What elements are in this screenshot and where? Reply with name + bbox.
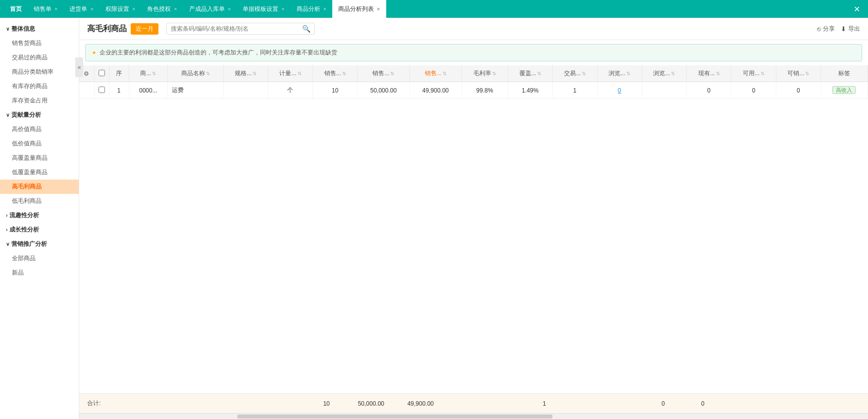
info-icon: ✦	[92, 49, 97, 56]
nav-tab-inventory[interactable]: 产成品入库单 ×	[183, 0, 237, 18]
footer-sales-qty: 10	[306, 400, 346, 407]
footer-available-stock: 0	[683, 400, 722, 407]
search-icon[interactable]: 🔍	[302, 25, 310, 33]
chevron-right-icon-2: ›	[6, 227, 7, 233]
sidebar-item-low-margin[interactable]: 低毛利商品	[0, 194, 79, 208]
data-table-wrapper: ⚙ 序 商...⇅ 商品名称⇅ 规格...⇅ 计量...⇅ 销售...⇅ 销售.…	[79, 65, 868, 393]
th-views2[interactable]: 浏览...⇅	[642, 65, 686, 82]
close-inventory-tab[interactable]: ×	[228, 6, 231, 12]
sidebar-item-category-rate[interactable]: 商品分类助销率	[0, 65, 79, 79]
nav-tab-analysis[interactable]: 商品分析 ×	[291, 0, 332, 18]
td-saleable-stock: 0	[776, 82, 820, 99]
chevron-down-icon: ∨	[6, 26, 9, 32]
th-tag: 标签	[820, 65, 868, 82]
th-sales-qty[interactable]: 销售...⇅	[313, 65, 357, 82]
nav-tab-roles[interactable]: 角色授权 ×	[141, 0, 183, 18]
sidebar-group-general[interactable]: ∨ 整体信息	[0, 22, 79, 36]
th-unit[interactable]: 计量...⇅	[268, 65, 312, 82]
th-saleable-stock[interactable]: 可销...⇅	[776, 65, 820, 82]
nav-tab-sales[interactable]: 销售单 ×	[28, 0, 63, 18]
tag-badge: 高收入	[832, 86, 856, 94]
sidebar-item-new-goods[interactable]: 新品	[0, 266, 79, 280]
page-title: 高毛利商品	[87, 24, 127, 34]
sidebar-group-flow[interactable]: › 流趣性分析	[0, 208, 79, 223]
th-available-stock[interactable]: 可用...⇅	[731, 65, 776, 82]
sidebar-group-contribution[interactable]: ∨ 贡献量分析	[0, 108, 79, 122]
td-sales-qty: 10	[313, 82, 357, 99]
th-transactions[interactable]: 交易...⇅	[553, 65, 597, 82]
sidebar-group-marketing[interactable]: ∨ 营销推广分析	[0, 237, 79, 251]
scrollbar-thumb[interactable]	[237, 415, 553, 419]
search-input[interactable]	[171, 25, 302, 32]
sidebar-group-growth[interactable]: › 成长性分析	[0, 223, 79, 237]
th-code[interactable]: 商...⇅	[129, 65, 168, 82]
th-sales-amount[interactable]: 销售...⇅	[357, 65, 409, 82]
export-button[interactable]: ⬇ 导出	[841, 25, 860, 33]
close-templates-tab[interactable]: ×	[281, 6, 284, 12]
td-name: 运费	[168, 82, 223, 99]
content-header: 高毛利商品 近一月 🔍 ⎋ 分享 ⬇ 导出	[79, 18, 868, 40]
share-icon: ⎋	[817, 25, 821, 33]
horizontal-scrollbar[interactable]	[79, 413, 868, 419]
close-analysis-tab[interactable]: ×	[323, 6, 326, 12]
nav-tab-permissions[interactable]: 权限设置 ×	[100, 0, 141, 18]
sidebar-item-traded-goods[interactable]: 交易过的商品	[0, 50, 79, 65]
close-sales-tab[interactable]: ×	[54, 6, 57, 12]
td-views2	[642, 82, 686, 99]
td-index: 1	[109, 82, 129, 99]
nav-tab-purchase[interactable]: 进货单 ×	[63, 0, 99, 18]
select-all-checkbox[interactable]	[99, 70, 105, 76]
td-code[interactable]: 0000...	[129, 82, 168, 99]
nav-tab-home[interactable]: 首页	[4, 0, 28, 18]
nav-tab-analysis-list[interactable]: 商品分析列表 ×	[332, 0, 386, 18]
table-footer: 合计: 10 50,000.00 49,900.00 1 0 0	[79, 393, 868, 413]
th-name[interactable]: 商品名称⇅	[168, 65, 223, 82]
sidebar-item-high-coverage[interactable]: 高覆盖量商品	[0, 151, 79, 165]
chevron-right-icon: ›	[6, 213, 7, 218]
sidebar-item-stock-fund[interactable]: 库存资金占用	[0, 93, 79, 108]
footer-sales-amount: 50,000.00	[346, 400, 396, 407]
close-permissions-tab[interactable]: ×	[132, 6, 135, 12]
top-navigation: 首页 销售单 × 进货单 × 权限设置 × 角色授权 × 产成品入库单 × 单据…	[0, 0, 868, 18]
td-tag: 高收入	[820, 82, 868, 99]
td-coverage: 1.49%	[508, 82, 553, 99]
th-current-stock[interactable]: 现有...⇅	[687, 65, 731, 82]
row-checkbox[interactable]	[99, 87, 105, 93]
close-purchase-tab[interactable]: ×	[90, 6, 93, 12]
footer-transactions: 1	[524, 400, 564, 407]
sidebar-item-high-margin[interactable]: 高毛利商品	[0, 180, 79, 194]
th-sales-profit[interactable]: 销售...⇅	[409, 65, 461, 82]
td-views1[interactable]: 0	[597, 82, 642, 99]
td-settings	[79, 82, 94, 99]
th-index: 序	[109, 65, 129, 82]
th-coverage[interactable]: 覆盖...⇅	[508, 65, 553, 82]
sidebar-collapse-button[interactable]: «	[75, 57, 83, 77]
share-button[interactable]: ⎋ 分享	[817, 25, 835, 33]
header-actions: ⎋ 分享 ⬇ 导出	[817, 25, 860, 33]
td-available-stock: 0	[731, 82, 776, 99]
chevron-down-icon-2: ∨	[6, 112, 9, 118]
th-views1[interactable]: 浏览...⇅	[597, 65, 642, 82]
sidebar-item-low-value[interactable]: 低价值商品	[0, 137, 79, 151]
th-spec[interactable]: 规格...⇅	[223, 65, 268, 82]
close-analysis-list-tab[interactable]: ×	[377, 6, 380, 12]
td-current-stock: 0	[687, 82, 731, 99]
close-roles-tab[interactable]: ×	[174, 6, 177, 12]
sidebar-item-all-goods[interactable]: 全部商品	[0, 251, 79, 266]
info-banner: ✦ 企业的主要的利润都是这部分商品创造的，可考虑加大推广，同时关注库存量不要出现…	[85, 44, 862, 61]
td-unit: 个	[268, 82, 312, 99]
sidebar-item-high-value[interactable]: 高价值商品	[0, 122, 79, 137]
window-close-button[interactable]: ✕	[850, 4, 864, 14]
sidebar-item-sales-goods[interactable]: 销售货商品	[0, 36, 79, 50]
th-margin-rate[interactable]: 毛利率⇅	[461, 65, 508, 82]
td-checkbox[interactable]	[94, 82, 109, 99]
chevron-down-icon-3: ∨	[6, 241, 9, 247]
footer-label: 合计:	[87, 399, 101, 408]
table-row: 1 0000... 运费 个 10 50,000.00 49,900.00 99…	[79, 82, 868, 99]
sidebar-item-low-coverage[interactable]: 低覆盖量商品	[0, 165, 79, 180]
nav-tab-templates[interactable]: 单据模板设置 ×	[237, 0, 290, 18]
time-filter-button[interactable]: 近一月	[131, 23, 158, 35]
td-sales-amount: 50,000.00	[357, 82, 409, 99]
sidebar-item-in-stock[interactable]: 有库存的商品	[0, 79, 79, 93]
th-checkbox[interactable]	[94, 65, 109, 82]
